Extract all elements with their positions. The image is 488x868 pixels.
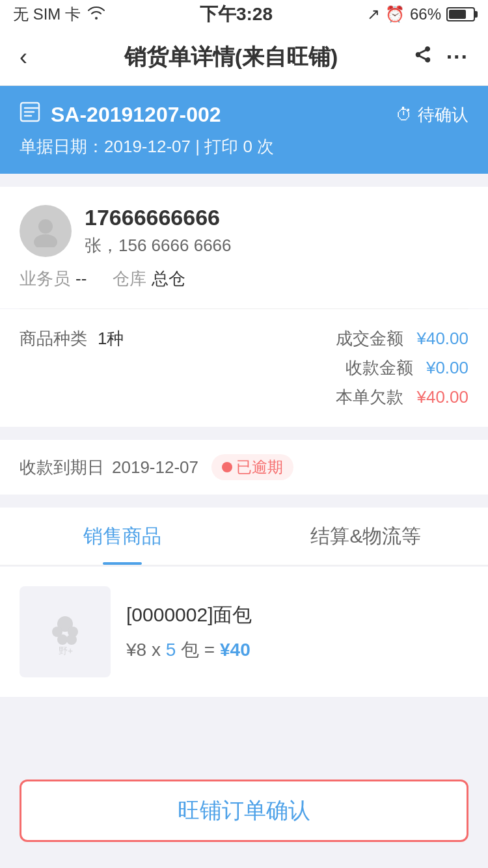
order-date: 单据日期：2019-12-07 | 打印 0 次	[20, 135, 468, 158]
page-title: 销货单详情(来自旺铺)	[59, 42, 403, 72]
nav-actions: ···	[403, 44, 468, 70]
alarm-icon: ⏰	[385, 5, 405, 23]
due-date-section: 收款到期日 2019-12-07 已逾期	[0, 440, 488, 495]
status-bar-right: ↗ ⏰ 66%	[367, 5, 475, 23]
status-bar: 无 SIM 卡 下午3:28 ↗ ⏰ 66%	[0, 0, 488, 29]
salesperson-value: --	[75, 269, 87, 289]
customer-phone: 17666666666	[85, 205, 468, 230]
customer-info: 17666666666 张，156 6666 6666	[85, 205, 468, 257]
nav-bar: ‹ 销货单详情(来自旺铺) ···	[0, 29, 488, 86]
svg-text:野+: 野+	[59, 645, 73, 656]
deal-amount-value: ¥40.00	[416, 329, 468, 349]
order-banner: SA-20191207-002 ⏱ 待确认 单据日期：2019-12-07 | …	[0, 86, 488, 174]
product-details: [0000002]面包 ¥8 x 5 包 = ¥40	[126, 602, 468, 662]
deal-amount-label: 成交金额	[336, 327, 403, 350]
product-name: [0000002]面包	[126, 602, 468, 629]
product-type-value: 1种	[98, 327, 124, 350]
receipt-amount-label: 收款金额	[346, 357, 413, 379]
tabs-section: 销售商品 结算&物流等	[0, 508, 488, 565]
due-date-label: 收款到期日	[20, 456, 104, 479]
receipt-amount-value: ¥0.00	[426, 358, 468, 378]
customer-name: 张，156 6666 6666	[85, 234, 468, 257]
salesperson-label: 业务员	[20, 267, 70, 290]
product-total: ¥40	[220, 640, 251, 660]
order-id: SA-20191207-002	[51, 103, 221, 127]
confirm-button-wrap: 旺铺订单确认	[20, 780, 468, 842]
overdue-text: 已逾期	[236, 457, 283, 478]
svg-point-1	[38, 219, 53, 234]
salesperson-field: 业务员 --	[20, 267, 87, 290]
owing-value: ¥40.00	[416, 387, 468, 407]
carrier-text: 无 SIM 卡	[13, 4, 81, 25]
clock-icon: ⏱	[396, 105, 413, 125]
product-qty: 5	[166, 640, 176, 660]
tabs-row: 销售商品 结算&物流等	[0, 508, 488, 565]
more-icon[interactable]: ···	[446, 44, 468, 70]
receipt-amount-row: 收款金额 ¥0.00	[346, 357, 468, 379]
stats-section: 商品种类 1种 成交金额 ¥40.00 收款金额 ¥0.00 本单欠款 ¥40.…	[0, 309, 488, 427]
customer-avatar	[20, 205, 72, 257]
order-status: ⏱ 待确认	[396, 103, 468, 126]
svg-point-2	[34, 234, 57, 247]
owing-row: 本单欠款 ¥40.00	[336, 386, 468, 409]
status-bar-time: 下午3:28	[200, 2, 273, 27]
overdue-badge: 已逾期	[211, 454, 293, 480]
due-date-value: 2019-12-07	[112, 457, 198, 478]
wifi-icon	[87, 5, 105, 23]
customer-meta: 业务员 -- 仓库 总仓	[20, 267, 468, 290]
share-icon[interactable]	[413, 44, 433, 70]
location-icon: ↗	[367, 5, 380, 23]
order-icon	[20, 102, 43, 128]
product-image: 野+	[20, 586, 111, 677]
product-section: 野+ [0000002]面包 ¥8 x 5 包 = ¥40	[0, 567, 488, 697]
deal-amount-row: 成交金额 ¥40.00	[336, 327, 468, 350]
svg-point-7	[66, 634, 77, 645]
customer-section: 17666666666 张，156 6666 6666 业务员 -- 仓库 总仓	[0, 187, 488, 308]
order-number: SA-20191207-002	[20, 102, 221, 128]
battery-percent: 66%	[410, 5, 441, 23]
svg-point-6	[57, 634, 68, 645]
tab-sales-products[interactable]: 销售商品	[0, 508, 244, 565]
back-button[interactable]: ‹	[20, 44, 59, 71]
owing-label: 本单欠款	[336, 386, 403, 409]
unit-price: ¥8	[126, 640, 146, 660]
warehouse-label: 仓库	[113, 267, 146, 290]
overdue-dot-icon	[222, 462, 232, 472]
product-type-field: 商品种类 1种	[20, 327, 124, 350]
product-item: 野+ [0000002]面包 ¥8 x 5 包 = ¥40	[20, 586, 468, 677]
confirm-order-button[interactable]: 旺铺订单确认	[20, 780, 468, 842]
status-bar-left: 无 SIM 卡	[13, 4, 105, 25]
warehouse-value: 总仓	[152, 267, 185, 290]
battery-icon	[446, 7, 475, 21]
warehouse-field: 仓库 总仓	[113, 267, 185, 290]
product-price: ¥8 x 5 包 = ¥40	[126, 638, 468, 662]
product-type-label: 商品种类	[20, 327, 87, 350]
status-text: 待确认	[418, 103, 468, 126]
tab-settlement[interactable]: 结算&物流等	[244, 508, 488, 565]
amount-fields: 成交金额 ¥40.00 收款金额 ¥0.00 本单欠款 ¥40.00	[336, 327, 468, 409]
